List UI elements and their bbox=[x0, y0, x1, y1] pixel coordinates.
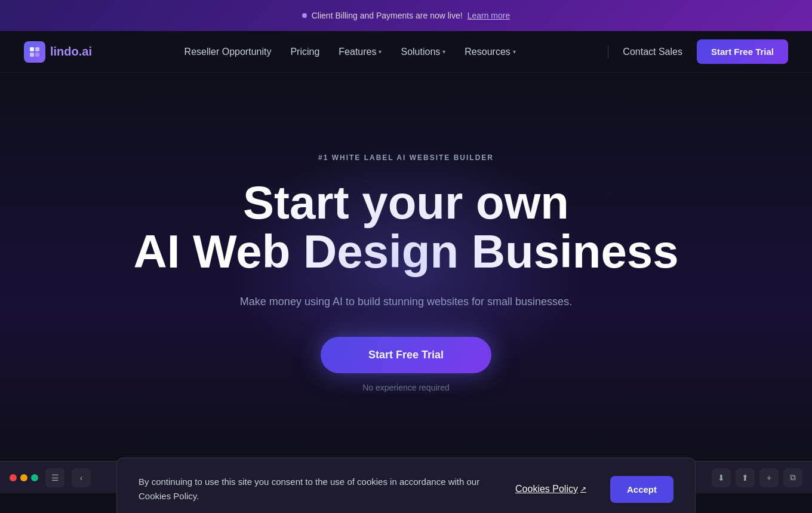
add-icon: + bbox=[767, 473, 771, 483]
hero-cta-button[interactable]: Start Free Trial bbox=[321, 337, 491, 373]
copy-icon: ⧉ bbox=[790, 472, 796, 483]
hero-subtitle: Make money using AI to build stunning we… bbox=[240, 293, 572, 311]
browser-maximize-dot[interactable] bbox=[31, 474, 38, 481]
browser-back-button[interactable]: ‹ bbox=[72, 468, 91, 487]
nav-features[interactable]: Features ▾ bbox=[339, 47, 382, 57]
browser-copy-button[interactable]: ⧉ bbox=[783, 468, 802, 487]
cookie-policy-link[interactable]: Cookies Policy bbox=[515, 484, 586, 494]
hero-sub-note: No experience required bbox=[362, 383, 450, 392]
nav-reseller[interactable]: Reseller Opportunity bbox=[184, 47, 272, 57]
logo[interactable]: lindo.ai bbox=[24, 41, 92, 63]
nav-solutions-label: Solutions bbox=[401, 47, 440, 57]
back-icon: ‹ bbox=[80, 473, 83, 483]
navbar: lindo.ai Reseller Opportunity Pricing Fe… bbox=[0, 31, 812, 73]
browser-action-icons: ⬇ ⬆ + ⧉ bbox=[712, 468, 802, 487]
svg-rect-1 bbox=[35, 47, 39, 51]
cookie-accept-button[interactable]: Accept bbox=[610, 476, 673, 503]
browser-download-button[interactable]: ⬇ bbox=[712, 468, 731, 487]
browser-traffic-lights bbox=[10, 474, 38, 481]
download-icon: ⬇ bbox=[718, 473, 725, 483]
nav-divider bbox=[608, 46, 608, 58]
browser-share-button[interactable]: ⬆ bbox=[736, 468, 755, 487]
hero-title: Start your own AI Web Design Business bbox=[133, 179, 678, 277]
resources-chevron-icon: ▾ bbox=[513, 48, 516, 55]
announcement-message: Client Billing and Payments are now live… bbox=[312, 11, 463, 20]
browser-add-button[interactable]: + bbox=[759, 468, 779, 487]
logo-icon bbox=[24, 41, 45, 63]
nav-resources[interactable]: Resources ▾ bbox=[465, 47, 515, 57]
browser-minimize-dot[interactable] bbox=[20, 474, 27, 481]
announcement-bar: Client Billing and Payments are now live… bbox=[0, 0, 812, 31]
nav-right: Contact Sales Start Free Trial bbox=[608, 39, 788, 64]
logo-name-accent: .ai bbox=[79, 45, 92, 58]
nav-cta-button[interactable]: Start Free Trial bbox=[697, 39, 788, 64]
hero-title-line2: AI Web Design Business bbox=[133, 225, 678, 278]
browser-sidebar-button[interactable]: ☰ bbox=[45, 468, 64, 487]
solutions-chevron-icon: ▾ bbox=[442, 48, 445, 55]
features-chevron-icon: ▾ bbox=[379, 48, 382, 55]
nav-solutions[interactable]: Solutions ▾ bbox=[401, 47, 445, 57]
learn-more-link[interactable]: Learn more bbox=[467, 11, 510, 20]
announcement-dot bbox=[302, 13, 307, 18]
logo-text: lindo.ai bbox=[50, 45, 92, 59]
browser-close-dot[interactable] bbox=[10, 474, 17, 481]
cookie-message-text: By continuing to use this site you conse… bbox=[139, 477, 479, 501]
cookie-message: By continuing to use this site you conse… bbox=[139, 475, 491, 503]
hero-section: #1 WHITE LABEL AI WEBSITE BUILDER Start … bbox=[0, 73, 812, 461]
contact-sales-link[interactable]: Contact Sales bbox=[623, 47, 682, 57]
share-icon: ⬆ bbox=[742, 473, 749, 483]
hero-title-line1: Start your own bbox=[243, 176, 569, 229]
logo-name-main: lindo bbox=[50, 45, 79, 58]
cookie-banner: By continuing to use this site you conse… bbox=[116, 457, 696, 513]
hero-badge: #1 WHITE LABEL AI WEBSITE BUILDER bbox=[318, 153, 494, 162]
nav-features-label: Features bbox=[339, 47, 376, 57]
svg-rect-3 bbox=[35, 53, 39, 57]
sidebar-icon: ☰ bbox=[51, 473, 59, 483]
nav-resources-label: Resources bbox=[465, 47, 510, 57]
svg-rect-0 bbox=[30, 47, 34, 51]
nav-pricing[interactable]: Pricing bbox=[290, 47, 319, 57]
svg-rect-2 bbox=[30, 53, 34, 57]
nav-links: Reseller Opportunity Pricing Features ▾ … bbox=[184, 47, 516, 57]
